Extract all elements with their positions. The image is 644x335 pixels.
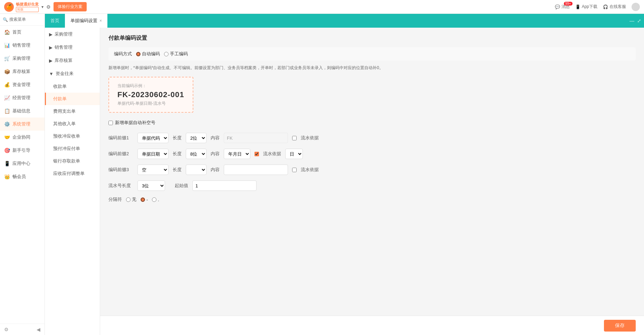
example-box: 当前编码示例： FK-20230602-001 单据代码-单据日期-流水号 [108,77,193,113]
sub-sidebar-header-purchase[interactable]: ▶ 采购管理 [45,28,100,41]
sub-sidebar-item-advance-payable[interactable]: 预付冲应付单 [45,142,100,155]
tab-minimize-button[interactable]: — [629,18,634,24]
download-icon: 📱 [575,4,580,9]
manual-encoding-radio-label[interactable]: 手工编码 [164,51,188,57]
page-content: 付款单编码设置 编码方式 自动编码 手工编码 [100,28,644,316]
separator-none-radio[interactable] [126,197,131,202]
auto-fill-row: 新增单据自动补空号 [108,120,636,126]
sub-sidebar-item-expense[interactable]: 费用支出单 [45,105,100,118]
sidebar-item-inventory[interactable]: 📦 库存核算 [0,65,45,78]
online-service-button[interactable]: 🎧 在线客服 [603,4,626,10]
sub-sidebar-header-sales[interactable]: ▶ 销售管理 [45,41,100,54]
sidebar-item-member[interactable]: 👑 畅会员 [0,170,45,183]
sub-sidebar-item-advance-receivable[interactable]: 预收冲应收单 [45,130,100,142]
prefix2-length-select[interactable]: 8位 [186,149,206,159]
sub-sidebar-header-capital[interactable]: ▼ 资金往来 [45,67,100,80]
sub-layout: ▶ 采购管理 ▶ 销售管理 ▶ 库存核算 [45,28,644,335]
serial-length-label: 流水号长度 [108,183,133,189]
auto-fill-checkbox[interactable] [108,121,113,125]
serial-length-select[interactable]: 3位 4位 5位 6位 [137,180,165,191]
operations-icon: 📈 [4,95,10,101]
sidebar-settings-button[interactable]: ⚙ [4,327,9,332]
start-value-label: 起始值 [175,183,188,189]
sidebar-collapse-button[interactable]: ◀ [37,327,40,332]
user-avatar[interactable] [632,3,640,11]
sidebar-item-finance[interactable]: 💰 资金管理 [0,78,45,91]
chevron-purchase-icon: ▶ [49,32,52,37]
tab-home[interactable]: 首页 [45,14,65,28]
sub-sidebar-header-inventory[interactable]: ▶ 库存核算 [45,54,100,67]
prefix3-serial-label: 流水依据 [301,167,319,173]
prefix3-content-input[interactable] [224,165,288,175]
manual-encoding-radio[interactable] [164,52,169,56]
prefix3-content-label: 内容 [211,167,220,173]
encoding-method-label: 编码方式 [114,51,132,57]
prefix2-row: 编码前缀2 单据代码 单据日期 空 部门 业务员 长度 8位 内容 [108,149,636,159]
sidebar-item-sales[interactable]: 📊 销售管理 [0,39,45,52]
tab-maximize-button[interactable]: ⤢ [637,18,641,24]
search-icon: 🔍 [3,17,8,22]
sidebar-item-newbie[interactable]: 🎯 新手引导 [0,144,45,157]
separator-dash-label[interactable]: - [141,197,148,202]
sub-sidebar-item-other-income[interactable]: 其他收入单 [45,118,100,130]
auto-encoding-radio-label[interactable]: 自动编码 [136,51,160,57]
sidebar-item-system[interactable]: ⚙️ 系统管理 [0,118,45,131]
sub-sidebar-item-ar-ap-adjust[interactable]: 应收应付调整单 [45,167,100,180]
sidebar-footer: ⚙ ◀ [0,324,45,335]
separator-dash-radio[interactable] [141,197,145,202]
app-download-button[interactable]: 📱 App下载 [575,4,597,10]
bottom-bar: 保存 [100,316,644,335]
right-panel: 付款单编码设置 编码方式 自动编码 手工编码 [100,28,644,335]
chevron-inventory-icon: ▶ [49,58,52,63]
auto-encoding-radio[interactable] [136,52,141,56]
sidebar-item-basic[interactable]: 📋 基础信息 [0,104,45,118]
inventory-icon: 📦 [4,69,10,74]
sub-sidebar-item-bank-deposit[interactable]: 银行存取款单 [45,155,100,167]
top-bar-controls: ▾ ⚙ 体验行业方案 [41,2,87,11]
prefix2-content-select[interactable]: 年月日 年月 月日 [224,149,250,159]
sub-sidebar-item-receipt[interactable]: 收款单 [45,80,100,93]
prefix1-label: 编码前缀1 [108,135,133,141]
chevron-capital-icon: ▼ [49,71,54,76]
prefix2-select[interactable]: 单据代码 单据日期 空 部门 业务员 [137,149,169,159]
prefix3-length-select[interactable] [186,165,206,175]
start-value-input[interactable] [192,180,257,191]
prefix3-select[interactable]: 单据代码 单据日期 空 部门 业务员 [137,165,169,175]
sidebar-item-operations[interactable]: 📈 经营管理 [0,91,45,104]
prefix2-label: 编码前缀2 [108,151,133,157]
messages-button[interactable]: 💬 消息 99+ [555,4,570,10]
separator-dot-label[interactable]: . [152,197,159,202]
prefix2-serial-unit-select[interactable]: 日 月 年 [285,149,303,159]
settings-gear-button[interactable]: ⚙ [46,4,51,10]
tab-close-icon[interactable]: × [99,18,102,23]
prefix3-serial-checkbox[interactable] [292,168,297,172]
prefix1-serial-label: 流水依据 [301,135,319,141]
prefix1-content-label: 内容 [211,135,220,141]
separator-dot-radio[interactable] [152,197,156,202]
serial-row: 流水号长度 3位 4位 5位 6位 起始值 [108,180,636,191]
sidebar-search[interactable]: 🔍 搜索菜单 [0,14,45,26]
prefix1-select[interactable]: 单据代码 单据日期 空 部门 业务员 [137,133,169,143]
save-button[interactable]: 保存 [604,320,636,332]
system-icon: ⚙️ [4,121,10,127]
prefix1-length-select[interactable]: 2位 [186,133,206,143]
prefix2-serial-checkbox[interactable] [254,152,259,156]
example-code: FK-20230602-001 [117,90,184,99]
purchase-icon: 🛒 [4,56,10,61]
trial-button[interactable]: 体验行业方案 [54,2,87,11]
sidebar-item-appcenter[interactable]: 📱 应用中心 [0,157,45,170]
sidebar: 🔍 搜索菜单 🏠 首页 📊 销售管理 🛒 采购管理 📦 库存核算 💰 [0,14,45,335]
sub-sidebar-item-payment[interactable]: 付款单 [45,93,100,105]
example-label: 当前编码示例： [117,83,184,89]
separator-none-label[interactable]: 无 [126,196,136,203]
sidebar-item-enterprise[interactable]: 🤝 企业协同 [0,131,45,144]
content-area: 首页 单据编码设置 × — ⤢ ▶ 采购管理 [45,14,644,335]
sub-group-sales: ▶ 销售管理 [45,41,100,54]
member-icon: 👑 [4,174,10,179]
sidebar-item-purchase[interactable]: 🛒 采购管理 [0,52,45,65]
dropdown-button[interactable]: ▾ [41,4,44,9]
tab-encoding-settings[interactable]: 单据编码设置 × [65,14,107,28]
hint-text: 新增单据时，*单据编码*自动生成、不可编辑。前缀设置为部门、业务员等档案类，开单… [108,65,636,71]
sidebar-item-home[interactable]: 🏠 首页 [0,26,45,39]
prefix1-serial-checkbox[interactable] [292,136,297,140]
